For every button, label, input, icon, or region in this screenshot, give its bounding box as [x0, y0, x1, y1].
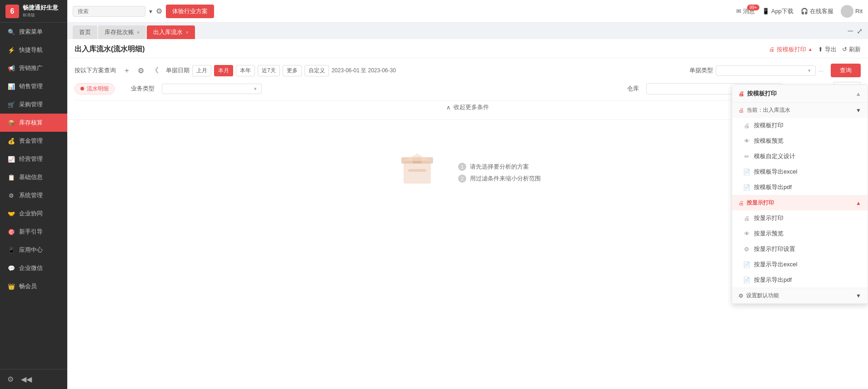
dropdown-display-print-settings[interactable]: ⚙ 按显示打印设置: [732, 241, 868, 257]
sidebar-item-finance[interactable]: 💰 资金管理: [0, 132, 67, 150]
sidebar-item-operations[interactable]: 📈 经营管理: [0, 150, 67, 168]
sidebar-item-purchase[interactable]: 🛒 采购管理: [0, 95, 67, 114]
dropdown-display-print[interactable]: 🖨 按显示打印: [732, 210, 868, 226]
app-download-button[interactable]: 📱 App下载: [762, 7, 793, 15]
display-preview-icon: 👁: [743, 230, 750, 237]
sidebar: 6 畅捷通好生意 标准版 🔍 搜索菜单 ⚡ 快捷导航 📢 营销推广 📊 销售管理…: [0, 0, 67, 389]
tab-bar-right: ─ ⤢: [848, 27, 863, 38]
type-more-icon[interactable]: ···: [818, 67, 823, 74]
dropdown-template-pdf[interactable]: 📄 按模板导出pdf: [732, 180, 868, 195]
date-range-label: 2023-06-01 至 2023-06-30: [332, 67, 396, 75]
current-template-icon: 🖨: [738, 107, 744, 114]
tab-batch-account[interactable]: 库存批次账 ×: [98, 25, 146, 39]
system-icon: ⚙: [7, 191, 15, 199]
dropdown-display-sub-header[interactable]: 🖨 按显示打印 ▲: [732, 195, 868, 210]
dropdown-default-arrow: ▼: [856, 293, 861, 299]
date-this-month-button[interactable]: 本月: [214, 65, 233, 76]
minimize-button[interactable]: ─: [848, 27, 853, 35]
industry-solution-button[interactable]: 体验行业方案: [166, 5, 214, 18]
dropdown-display-excel[interactable]: 📄 按显示导出excel: [732, 257, 868, 272]
app-download-label: App下载: [771, 7, 793, 15]
collapse-sidebar-icon[interactable]: ◀◀: [21, 375, 32, 384]
type-select[interactable]: ▾: [716, 65, 816, 76]
dropdown-template-print[interactable]: 🖨 按模板打印: [732, 118, 868, 133]
date-more-button[interactable]: 更多: [283, 65, 302, 76]
sidebar-item-marketing[interactable]: 📢 营销推广: [0, 59, 67, 77]
date-this-year-button[interactable]: 本年: [236, 65, 255, 76]
sidebar-item-app-center[interactable]: 📱 应用中心: [0, 241, 67, 259]
date-custom-button[interactable]: 自定义: [304, 65, 329, 76]
sidebar-item-label: 销售管理: [19, 82, 43, 90]
dropdown-template-sub-header[interactable]: 🖨 当前：出入库流水 ▼: [732, 103, 868, 118]
refresh-button[interactable]: ↺ 刷新: [842, 45, 861, 54]
sidebar-item-system[interactable]: ⚙ 系统管理: [0, 186, 67, 204]
user-name-label: Rit: [855, 8, 863, 15]
wechat-icon: 💬: [7, 264, 15, 272]
dropdown-default-sub-header[interactable]: ⚙ 设置默认功能 ▼: [732, 288, 868, 303]
dropdown-display-pdf[interactable]: 📄 按显示导出pdf: [732, 272, 868, 288]
sidebar-item-search[interactable]: 🔍 搜索菜单: [0, 23, 67, 41]
tag-dot: [80, 87, 84, 90]
dropdown-panel: 🖨 按模板打印 ▲ 🖨 当前：出入库流水 ▼ 🖨 按模板打印: [732, 85, 868, 304]
tip-num-1: 1: [458, 163, 466, 171]
search-input[interactable]: [73, 6, 145, 17]
date-filter: 单据日期 上月 本月 本年 近7天 更多 自定义 2023-06-01 至 20…: [166, 65, 396, 76]
sidebar-item-inventory[interactable]: 📦 库存核算: [0, 114, 67, 132]
message-button[interactable]: ✉ 消息 99+: [736, 7, 755, 15]
dropdown-template-excel[interactable]: 📄 按模板导出excel: [732, 164, 868, 180]
topbar-gear-button[interactable]: ⚙: [156, 7, 162, 15]
filter-collapse-button[interactable]: 《: [151, 66, 159, 75]
purchase-icon: 🛒: [7, 100, 15, 109]
flow-detail-tag[interactable]: 流水明细: [75, 83, 115, 95]
operations-icon: 📈: [7, 155, 15, 163]
logo-area: 6 畅捷通好生意 标准版: [0, 0, 67, 23]
tab-flow-close[interactable]: ×: [185, 30, 188, 35]
date-last-7-days-button[interactable]: 近7天: [258, 65, 280, 76]
business-type-select[interactable]: ▾: [162, 84, 262, 94]
preview-icon: 👁: [743, 137, 750, 145]
sidebar-item-guide[interactable]: 🎯 新手引导: [0, 223, 67, 241]
date-last-month-button[interactable]: 上月: [192, 65, 211, 76]
pdf-icon: 📄: [743, 184, 750, 191]
filter-row-1: 按以下方案查询 ＋ ⚙ 《 单据日期 上月 本月 本年 近7天 更多 自定义 2…: [75, 64, 861, 77]
guide-icon: 🎯: [7, 228, 15, 236]
inventory-icon: 📦: [7, 119, 15, 127]
maximize-button[interactable]: ⤢: [857, 27, 863, 35]
settings-footer-icon[interactable]: ⚙: [7, 375, 14, 384]
chevron-up-icon: ∧: [446, 104, 451, 111]
warehouse-label: 仓库: [627, 85, 639, 93]
sidebar-item-basic-info[interactable]: 📋 基础信息: [0, 168, 67, 186]
dropdown-display-arrow: ▲: [856, 200, 861, 206]
sales-icon: 📊: [7, 82, 15, 90]
topbar-dropdown-button[interactable]: ▾: [149, 8, 152, 15]
print-icon: 🖨: [743, 122, 750, 129]
filter-settings-icon-button[interactable]: ⚙: [138, 66, 144, 75]
sidebar-item-sales[interactable]: 📊 销售管理: [0, 77, 67, 95]
sidebar-item-label: 资金管理: [19, 137, 43, 145]
sidebar-item-cooperation[interactable]: 🤝 企业协同: [0, 204, 67, 223]
export-button[interactable]: ⬆ 导出: [818, 45, 837, 54]
print-template-button[interactable]: 🖨 按模板打印 ▲: [769, 45, 813, 54]
svg-rect-0: [404, 161, 431, 184]
message-icon: ✉: [736, 8, 741, 15]
sidebar-item-wechat[interactable]: 💬 企业微信: [0, 259, 67, 277]
tab-flow[interactable]: 出入库流水 ×: [147, 25, 195, 39]
online-service-button[interactable]: 🎧 在线客服: [801, 7, 833, 15]
sidebar-item-membership[interactable]: 👑 畅会员: [0, 277, 67, 295]
tab-home[interactable]: 首页: [73, 25, 97, 39]
dropdown-template-custom[interactable]: ✏ 模板自定义设计: [732, 149, 868, 164]
dropdown-collapse-arrow[interactable]: ▲: [855, 90, 861, 97]
display-print-header-icon: 🖨: [738, 200, 744, 206]
type-filter-label: 单据类型: [689, 66, 713, 75]
sidebar-item-quick-nav[interactable]: ⚡ 快捷导航: [0, 41, 67, 59]
dropdown-display-preview[interactable]: 👁 按显示预览: [732, 226, 868, 241]
filter-add-button[interactable]: ＋: [123, 66, 130, 75]
dropdown-template-preview[interactable]: 👁 按模板预览: [732, 133, 868, 149]
dropdown-title: 🖨 按模板打印: [738, 90, 777, 98]
tab-batch-account-close[interactable]: ×: [137, 30, 140, 35]
display-pdf-icon: 📄: [743, 276, 750, 284]
query-button[interactable]: 查询: [831, 64, 861, 77]
dropdown-template-section: 🖨 当前：出入库流水 ▼ 🖨 按模板打印 👁 按模板预览 ✏ 模板自定义设计: [732, 103, 868, 195]
sidebar-nav: 🔍 搜索菜单 ⚡ 快捷导航 📢 营销推广 📊 销售管理 🛒 采购管理 📦 库存核…: [0, 23, 67, 369]
user-avatar-button[interactable]: Rit: [841, 5, 863, 18]
